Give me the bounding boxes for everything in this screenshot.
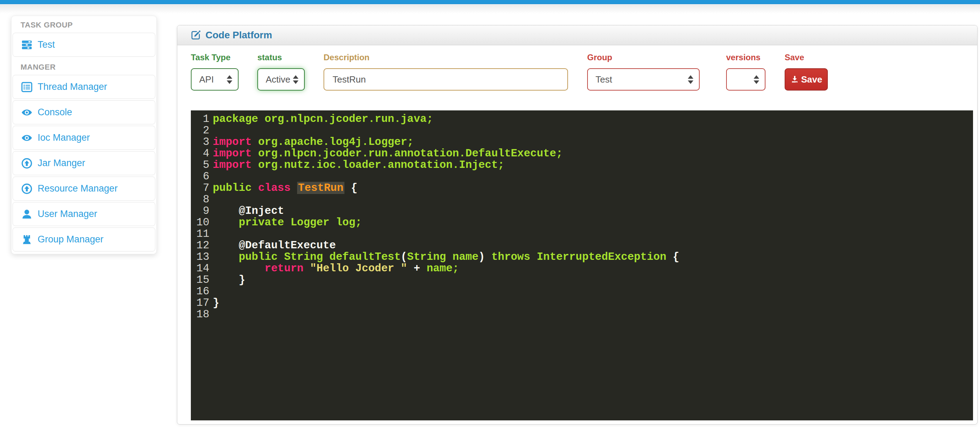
line-number: 17 [191, 297, 209, 309]
code-line: 14 return "Hello Jcoder " + name; [191, 263, 973, 274]
line-number: 7 [191, 182, 209, 194]
field-description: Description [323, 53, 568, 91]
code-line: 3import org.apache.log4j.Logger; [191, 136, 973, 148]
versions-select[interactable] [726, 68, 765, 91]
sidebar-item-label: Jar Manger [38, 158, 85, 169]
sidebar-item-test[interactable]: Test [13, 33, 155, 57]
sidebar: TASK GROUPTestMANGERThread ManagerConsol… [11, 16, 157, 254]
sidebar-item-label: Test [38, 39, 55, 50]
code-text: } [213, 297, 220, 309]
status-value: Active [266, 74, 290, 85]
line-number: 18 [191, 309, 209, 320]
code-text: @Inject [213, 205, 284, 217]
code-platform-panel: Code Platform Task Type API status Activ… [177, 25, 978, 425]
list-alt-icon [21, 81, 33, 93]
status-label: status [257, 53, 305, 62]
sidebar-section-header: MANGER [11, 58, 156, 75]
description-input[interactable] [323, 68, 568, 91]
versions-label: versions [726, 53, 765, 62]
code-line: 1package org.nlpcn.jcoder.run.java; [191, 113, 973, 125]
sidebar-item-label: Thread Manager [38, 81, 107, 92]
code-line: 12 @DefaultExecute [191, 240, 973, 251]
sidebar-section-header: TASK GROUP [11, 16, 156, 33]
field-versions: versions [726, 53, 765, 91]
eye-icon [21, 132, 33, 144]
eye-icon [21, 106, 33, 119]
code-text: @DefaultExecute [213, 240, 336, 251]
line-number: 14 [191, 263, 209, 274]
line-number: 9 [191, 205, 209, 217]
line-number: 16 [191, 285, 209, 297]
field-save: Save Save [784, 53, 830, 91]
sidebar-item-ioc-manager[interactable]: Ioc Manager [13, 126, 155, 150]
sidebar-item-label: Group Manager [38, 234, 103, 245]
field-task-type: Task Type API [191, 53, 239, 91]
group-label: Group [587, 53, 700, 62]
line-number: 12 [191, 240, 209, 251]
line-number: 11 [191, 228, 209, 240]
line-number: 8 [191, 194, 209, 205]
code-text: import org.apache.log4j.Logger; [213, 136, 414, 148]
code-line: 11 [191, 228, 973, 240]
arrow-up-circle-icon [21, 157, 33, 170]
sidebar-item-jar-manger[interactable]: Jar Manger [13, 151, 155, 175]
code-line: 6 [191, 170, 973, 182]
tasks-icon [21, 39, 33, 51]
code-text: public class TestRun { [213, 182, 357, 194]
task-type-label: Task Type [191, 53, 239, 62]
top-shadow [0, 5, 980, 14]
tower-icon [21, 233, 33, 246]
line-number: 10 [191, 217, 209, 228]
sidebar-item-group-manager[interactable]: Group Manager [13, 228, 155, 252]
select-arrows-icon [754, 75, 759, 84]
description-label: Description [323, 53, 568, 62]
panel-title: Code Platform [205, 30, 272, 41]
code-line: 4import org.nlpcn.jcoder.run.annotation.… [191, 148, 973, 159]
save-button-text: Save [801, 74, 822, 85]
code-text: import org.nlpcn.jcoder.run.annotation.D… [213, 148, 563, 159]
user-icon [21, 208, 33, 220]
code-line: 7public class TestRun { [191, 182, 973, 194]
select-arrows-icon [227, 75, 232, 84]
page: TASK GROUPTestMANGERThread ManagerConsol… [0, 0, 980, 427]
download-icon [790, 75, 799, 84]
sidebar-item-label: Resource Manager [38, 183, 118, 194]
code-text: import org.nutz.ioc.loader.annotation.In… [213, 159, 504, 170]
sidebar-item-resource-manager[interactable]: Resource Manager [13, 177, 155, 201]
status-select[interactable]: Active [257, 68, 305, 91]
code-line: 16 [191, 285, 973, 297]
code-line: 5import org.nutz.ioc.loader.annotation.I… [191, 159, 973, 170]
line-number: 4 [191, 148, 209, 159]
line-number: 6 [191, 170, 209, 182]
code-text: public String defaultTest(String name) t… [213, 251, 679, 263]
code-text: return "Hello Jcoder " + name; [213, 263, 459, 274]
sidebar-item-label: Ioc Manager [38, 132, 90, 143]
code-line: 10 private Logger log; [191, 217, 973, 228]
panel-header: Code Platform [177, 25, 977, 45]
sidebar-item-console[interactable]: Console [13, 100, 155, 124]
sidebar-item-thread-manager[interactable]: Thread Manager [13, 75, 155, 99]
code-text: package org.nlpcn.jcoder.run.java; [213, 113, 433, 125]
task-type-select[interactable]: API [191, 68, 239, 91]
save-button[interactable]: Save [784, 68, 828, 91]
sidebar-item-user-manager[interactable]: User Manager [13, 202, 155, 226]
group-select[interactable]: Test [587, 68, 700, 91]
line-number: 2 [191, 125, 209, 136]
code-line: 18 [191, 309, 973, 320]
top-navbar [0, 0, 980, 4]
arrow-up-circle-icon [21, 183, 33, 195]
select-arrows-icon [688, 75, 694, 84]
save-label: Save [784, 53, 830, 62]
line-number: 1 [191, 113, 209, 125]
code-text: } [213, 274, 245, 285]
task-type-value: API [199, 74, 214, 85]
panel-body: Task Type API status Active Description … [177, 45, 977, 425]
line-number: 3 [191, 136, 209, 148]
code-editor[interactable]: 1package org.nlpcn.jcoder.run.java;23imp… [191, 110, 973, 421]
group-value: Test [595, 74, 612, 85]
select-arrows-icon [293, 75, 299, 84]
code-line: 17} [191, 297, 973, 309]
code-text: private Logger log; [213, 217, 362, 228]
code-line: 8 [191, 194, 973, 205]
code-line: 15 } [191, 274, 973, 285]
